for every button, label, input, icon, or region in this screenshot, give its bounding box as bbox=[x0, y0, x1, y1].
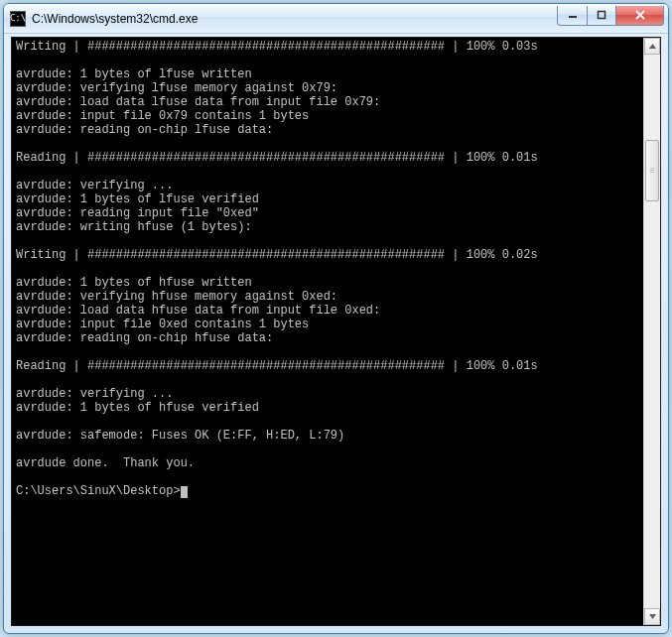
window-title: C:\Windows\system32\cmd.exe bbox=[32, 12, 557, 26]
titlebar[interactable]: C:\ C:\Windows\system32\cmd.exe bbox=[4, 4, 668, 34]
app-icon: C:\ bbox=[10, 11, 26, 27]
scrollbar-track[interactable] bbox=[644, 55, 660, 608]
maximize-button[interactable] bbox=[587, 6, 616, 26]
client-area: Writing | ##############################… bbox=[11, 37, 661, 626]
svg-rect-0 bbox=[569, 16, 577, 18]
svg-rect-1 bbox=[599, 12, 605, 19]
scrollbar-thumb[interactable] bbox=[645, 140, 659, 201]
minimize-button[interactable] bbox=[557, 6, 587, 26]
scroll-down-button[interactable] bbox=[644, 608, 660, 625]
close-button[interactable] bbox=[616, 6, 664, 26]
text-cursor bbox=[181, 486, 188, 498]
vertical-scrollbar[interactable] bbox=[643, 38, 660, 625]
cmd-window: C:\ C:\Windows\system32\cmd.exe Writing … bbox=[3, 3, 669, 634]
window-controls bbox=[557, 6, 664, 26]
scroll-up-button[interactable] bbox=[644, 38, 660, 55]
terminal-output[interactable]: Writing | ##############################… bbox=[12, 38, 643, 625]
